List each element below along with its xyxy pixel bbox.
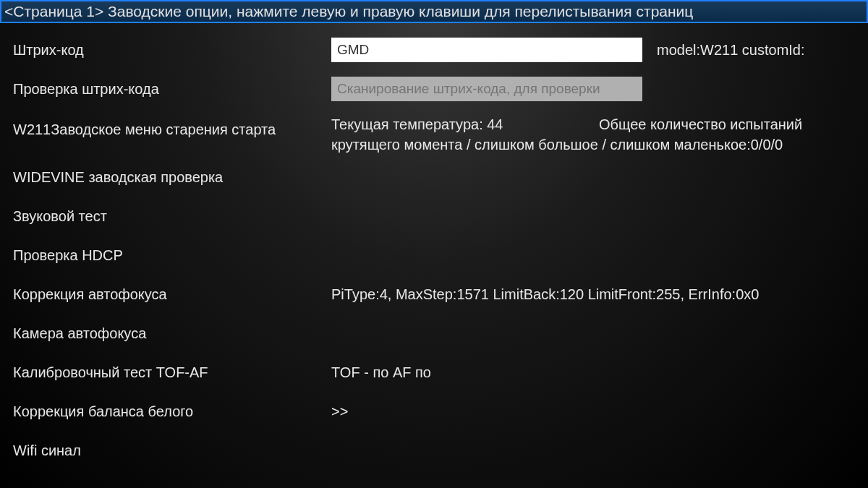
aging-temp-text: Текущая температура: 44 bbox=[331, 114, 599, 134]
page-header: <Страница 1> Заводские опции, нажмите ле… bbox=[0, 0, 868, 23]
page-title: <Страница 1> Заводские опции, нажмите ле… bbox=[4, 3, 693, 20]
row-autofocus-camera[interactable]: Камера автофокуса bbox=[13, 315, 855, 351]
sound-test-label: Звуковой тест bbox=[13, 208, 331, 225]
row-tof-af[interactable]: Калибровочный тест TOF-AF TOF - по AF по bbox=[13, 354, 855, 390]
row-barcode[interactable]: Штрих-код model:W211 customId: bbox=[13, 32, 855, 68]
aging-tests-text: Общее количество испытаний bbox=[599, 114, 802, 134]
autofocus-camera-label: Камера автофокуса bbox=[13, 325, 331, 342]
row-widevine[interactable]: WIDEVINE заводская проверка bbox=[13, 159, 855, 195]
autofocus-correction-value: PiType:4, MaxStep:1571 LimitBack:120 Lim… bbox=[331, 286, 759, 303]
row-barcode-check[interactable]: Проверка штрих-кода bbox=[13, 71, 855, 107]
tof-af-value: TOF - по AF по bbox=[331, 364, 431, 381]
wifi-label: Wifi синал bbox=[13, 442, 331, 459]
barcode-input[interactable] bbox=[331, 38, 642, 62]
row-white-balance[interactable]: Коррекция баланса белого >> bbox=[13, 393, 855, 429]
row-autofocus-correction[interactable]: Коррекция автофокуса PiType:4, MaxStep:1… bbox=[13, 276, 855, 312]
widevine-label: WIDEVINE заводская проверка bbox=[13, 169, 331, 186]
hdcp-label: Проверка HDCP bbox=[13, 247, 331, 264]
tof-af-label: Калибровочный тест TOF-AF bbox=[13, 364, 331, 381]
row-sound-test[interactable]: Звуковой тест bbox=[13, 198, 855, 234]
autofocus-correction-label: Коррекция автофокуса bbox=[13, 286, 331, 303]
barcode-check-label: Проверка штрих-кода bbox=[13, 81, 331, 98]
row-hdcp[interactable]: Проверка HDCP bbox=[13, 237, 855, 273]
barcode-label: Штрих-код bbox=[13, 42, 331, 59]
row-wifi[interactable]: Wifi синал bbox=[13, 432, 855, 468]
white-balance-value: >> bbox=[331, 403, 348, 420]
white-balance-label: Коррекция баланса белого bbox=[13, 403, 331, 420]
barcode-check-input[interactable] bbox=[331, 77, 642, 101]
barcode-model-info: model:W211 customId: bbox=[657, 42, 805, 59]
content-area: Штрих-код model:W211 customId: Проверка … bbox=[0, 23, 868, 480]
aging-menu-label: W211Заводское меню старения старта bbox=[13, 114, 331, 138]
aging-torque-text: крутящего момента / слишком большое / сл… bbox=[331, 134, 802, 155]
row-aging-menu[interactable]: W211Заводское меню старения старта Текущ… bbox=[13, 110, 855, 156]
